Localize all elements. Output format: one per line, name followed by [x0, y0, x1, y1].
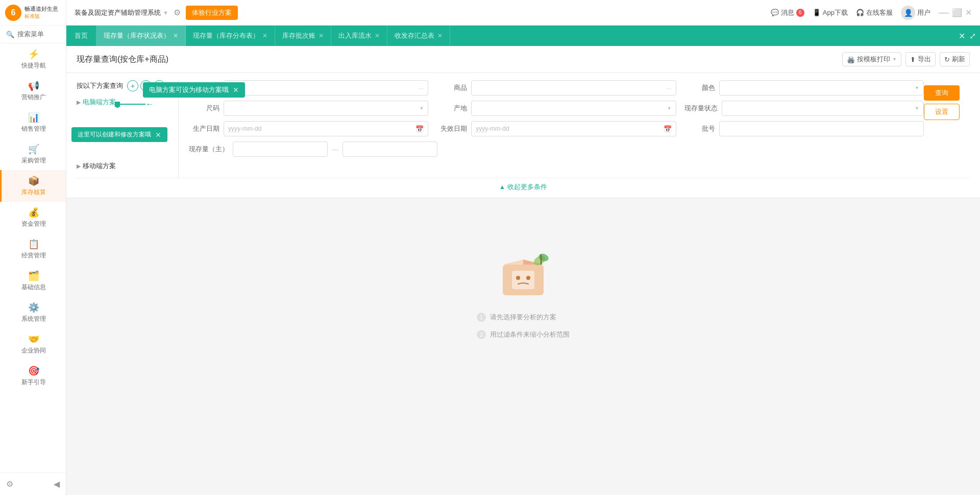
add-scheme-btn[interactable]: +: [127, 80, 138, 91]
message-item[interactable]: 💬 消息 6: [771, 8, 804, 17]
sidebar-item-system[interactable]: ⚙️ 系统管理: [0, 297, 66, 328]
filter-origin: 产地 ▼: [436, 101, 676, 116]
chevron-down-color-icon: ▼: [915, 85, 919, 90]
tab-close-batch-ledger[interactable]: ✕: [318, 32, 324, 39]
expiry-date-input[interactable]: yyyy-mm-dd 📅: [471, 121, 676, 136]
guide-arrow-icon: ←: [145, 100, 154, 109]
color-select[interactable]: ▼: [719, 80, 924, 96]
sidebar-search[interactable]: 🔍 搜索菜单: [0, 26, 66, 43]
filter-action-buttons: 查询 设置: [924, 85, 960, 120]
guide-icon: 🎯: [28, 365, 39, 376]
filter-color: 颜色 ▼: [684, 80, 924, 96]
tab-inventory-dist[interactable]: 现存量（库存分布表） ✕: [186, 26, 275, 46]
batch-no-input[interactable]: [719, 121, 924, 136]
page-title: 现存量查询(按仓库+商品): [77, 54, 168, 65]
expiry-date-label: 失效日期: [436, 124, 467, 133]
tab-close-all-icon[interactable]: ✕: [959, 31, 965, 41]
system-selector[interactable]: 装备及固定资产辅助管理系统 ▼: [75, 8, 168, 17]
tab-expand-icon[interactable]: ⤢: [969, 31, 976, 41]
experience-btn[interactable]: 体验行业方案: [186, 6, 238, 20]
tab-batch-ledger[interactable]: 库存批次账 ✕: [275, 26, 331, 46]
settings-icon[interactable]: ⚙: [6, 479, 13, 489]
marketing-icon: 📢: [28, 80, 39, 91]
sidebar-item-sales[interactable]: 📊 销售管理: [0, 107, 66, 138]
sidebar-item-finance[interactable]: 💰 资金管理: [0, 202, 66, 233]
collapse-sidebar-icon[interactable]: ◀: [54, 479, 60, 489]
tab-collection-summary[interactable]: 收发存汇总表 ✕: [387, 26, 450, 46]
svg-point-0: [115, 103, 120, 108]
sidebar-item-operation[interactable]: 📋 经营管理: [0, 233, 66, 265]
tab-close-collection-summary[interactable]: ✕: [437, 32, 443, 39]
chevron-down-size-icon: ▼: [419, 106, 424, 111]
header-left: 装备及固定资产辅助管理系统 ▼ ⚙ 体验行业方案: [75, 6, 238, 20]
collapse-up-icon: ▲: [499, 183, 505, 191]
stock-status-select[interactable]: ▼: [722, 101, 924, 116]
chevron-down-stock-icon: ▼: [915, 106, 919, 111]
tab-bar-actions: ✕ ⤢: [954, 31, 980, 41]
user-label: 用户: [917, 8, 930, 17]
sidebar-item-quick[interactable]: ⚡ 快捷导航: [0, 43, 66, 75]
close-window-icon[interactable]: ✕: [965, 8, 972, 17]
brand-name: 畅通道好生意: [24, 5, 58, 12]
chevron-down-print-icon: ▼: [892, 57, 897, 62]
goods-select[interactable]: ···: [471, 80, 676, 96]
origin-select[interactable]: ▼: [471, 101, 676, 116]
stock-main-to-input[interactable]: [342, 142, 437, 157]
filter-stock-main: 现存量（主） —: [189, 142, 437, 157]
calendar-icon-exp[interactable]: 📅: [664, 125, 672, 133]
tab-inventory-status[interactable]: 现存量（库存状况表） ✕: [96, 26, 186, 46]
filter-production-date: 生产日期 yyyy-mm-dd 📅: [189, 121, 428, 136]
hint-1-num: 1: [477, 313, 486, 322]
sidebar-item-guide[interactable]: 🎯 新手引导: [0, 360, 66, 392]
stock-main-from-input[interactable]: [233, 142, 328, 157]
calendar-icon-prod[interactable]: 📅: [415, 125, 424, 133]
support-icon: 🎧: [856, 9, 864, 16]
batch-no-label: 批号: [684, 124, 715, 133]
size-select[interactable]: ▼: [224, 101, 428, 116]
warehouse-select[interactable]: ···: [224, 80, 428, 96]
sidebar-item-enterprise[interactable]: 🤝 企业协同: [0, 328, 66, 360]
warehouse-dots[interactable]: ···: [418, 84, 424, 92]
print-template-btn[interactable]: 🖨️ 按模板打印 ▼: [842, 52, 901, 66]
export-btn[interactable]: ⬆ 导出: [905, 52, 936, 66]
tab-close-inventory-dist[interactable]: ✕: [262, 32, 267, 39]
sidebar-item-marketing[interactable]: 📢 营销推广: [0, 75, 66, 107]
mobile-scheme-label: 移动端方案: [83, 161, 116, 171]
sidebar-item-inventory[interactable]: 📦 库存核算: [0, 170, 66, 202]
search-icon: 🔍: [6, 31, 14, 38]
production-date-input[interactable]: yyyy-mm-dd 📅: [224, 121, 428, 136]
purchase-icon: 🛒: [28, 144, 39, 155]
sidebar-item-basic[interactable]: 🗂️ 基础信息: [0, 265, 66, 297]
online-support-item[interactable]: 🎧 在线客服: [856, 8, 893, 17]
collapse-btn[interactable]: ▲ 收起更多条件: [77, 178, 970, 198]
hint-2-text: 用过滤条件来缩小分析范围: [490, 328, 570, 341]
filter-expiry-date: 失效日期 yyyy-mm-dd 📅: [436, 121, 676, 136]
minimize-icon[interactable]: —: [939, 7, 949, 18]
tab-close-in-out-flow[interactable]: ✕: [375, 32, 380, 39]
chevron-down-icon: ▼: [163, 10, 168, 16]
tab-close-inventory-status[interactable]: ✕: [173, 32, 178, 39]
tooltip2-close-btn[interactable]: ✕: [155, 131, 161, 139]
page-actions: 🖨️ 按模板打印 ▼ ⬆ 导出 ↻ 刷新: [842, 52, 970, 66]
print-icon: 🖨️: [847, 56, 855, 63]
tab-in-out-flow[interactable]: 出入库流水 ✕: [331, 26, 387, 46]
size-label: 尺码: [189, 104, 219, 113]
query-btn[interactable]: 查询: [924, 85, 960, 101]
maximize-icon[interactable]: ⬜: [952, 8, 962, 17]
sidebar-item-purchase[interactable]: 🛒 采购管理: [0, 138, 66, 170]
reset-btn[interactable]: 设置: [924, 104, 960, 120]
operation-icon: 📋: [28, 239, 39, 250]
message-label: 消息: [781, 8, 794, 17]
refresh-btn[interactable]: ↻ 刷新: [940, 52, 970, 66]
goods-dots[interactable]: ···: [666, 84, 672, 92]
app-logo-icon: 6: [5, 5, 21, 21]
tab-home[interactable]: 首页: [66, 26, 96, 46]
empty-svg: [493, 239, 554, 300]
mobile-scheme-item[interactable]: ▶ 移动端方案: [77, 161, 173, 171]
pc-scheme-arrow: ▶: [77, 99, 81, 106]
app-download-item[interactable]: 📱 App下载: [813, 8, 848, 17]
sales-icon: 📊: [28, 112, 39, 123]
header-gear-icon[interactable]: ⚙: [174, 8, 181, 17]
tooltip-close-btn[interactable]: ✕: [233, 86, 239, 94]
user-item[interactable]: 👤 用户: [901, 6, 930, 20]
